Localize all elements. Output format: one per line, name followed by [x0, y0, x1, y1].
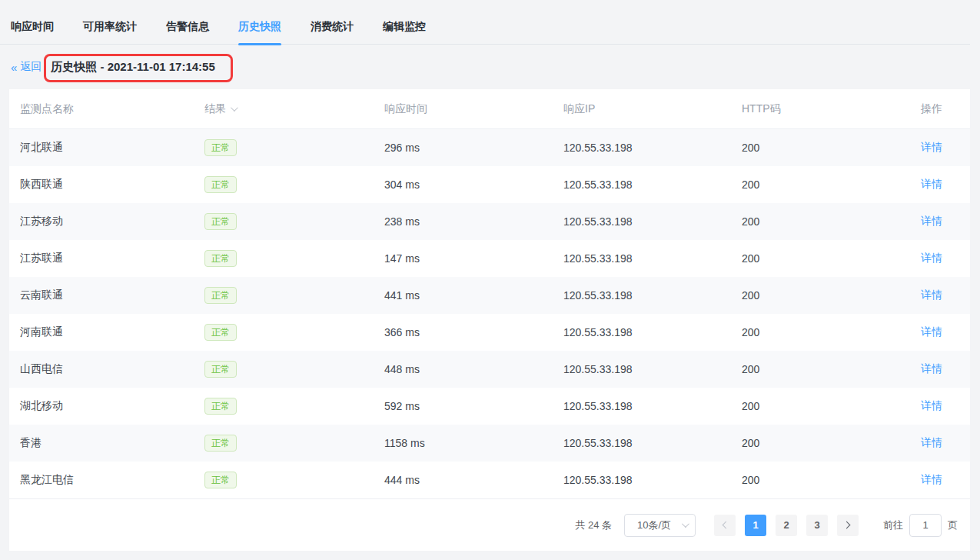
col-header-http-code: HTTP码: [742, 102, 903, 116]
status-badge: 正常: [204, 176, 237, 193]
monitor-point-name: 陕西联通: [20, 178, 204, 192]
sort-caret-icon[interactable]: [231, 104, 238, 112]
tab-response-time[interactable]: 响应时间: [11, 20, 54, 44]
http-code-value: 200: [742, 400, 903, 412]
http-code-value: 200: [742, 363, 903, 375]
detail-link[interactable]: 详情: [921, 215, 942, 228]
page-size-value: 10条/页: [637, 518, 671, 532]
response-ip-value: 120.55.33.198: [563, 178, 742, 191]
monitor-point-name: 山西电信: [20, 362, 204, 376]
monitor-point-name: 江苏联通: [20, 252, 204, 265]
col-header-result-label: 结果: [204, 102, 226, 116]
col-header-monitor-name: 监测点名称: [20, 102, 204, 116]
response-time-value: 592 ms: [384, 400, 563, 412]
goto-suffix-label: 页: [948, 518, 958, 532]
table-body: 河北联通 正常 296 ms 120.55.33.198 200 详情 陕西联通…: [9, 129, 970, 498]
chevron-down-icon: [682, 520, 689, 528]
page-button-3[interactable]: 3: [806, 515, 828, 536]
page-title: 历史快照 - 2021-11-01 17:14:55: [51, 60, 214, 75]
table-row: 黑龙江电信 正常 444 ms 120.55.33.198 200 详情: [9, 462, 970, 498]
back-label: 返回: [20, 60, 42, 74]
pager: 1 2 3: [714, 515, 859, 536]
monitor-point-name: 江苏移动: [20, 215, 204, 228]
status-badge: 正常: [204, 472, 237, 488]
table-row: 云南联通 正常 441 ms 120.55.33.198 200 详情: [9, 277, 970, 314]
detail-link[interactable]: 详情: [921, 288, 942, 302]
response-ip-value: 120.55.33.198: [563, 326, 742, 338]
tab-edit-monitor[interactable]: 编辑监控: [383, 20, 426, 44]
table-card: 监测点名称 结果 响应时间 响应IP HTTP码 操作 河北联通 正常 296 …: [9, 89, 970, 551]
http-code-value: 200: [742, 252, 903, 265]
detail-link[interactable]: 详情: [921, 178, 942, 192]
table-row: 河南联通 正常 366 ms 120.55.33.198 200 详情: [9, 314, 970, 351]
status-badge: 正常: [204, 398, 237, 415]
http-code-value: 200: [742, 142, 903, 154]
status-badge: 正常: [204, 250, 237, 267]
col-header-result[interactable]: 结果: [204, 102, 384, 116]
http-code-value: 200: [742, 474, 903, 486]
detail-link[interactable]: 详情: [921, 362, 942, 376]
chevron-right-icon: [843, 522, 851, 529]
response-time-value: 1158 ms: [384, 437, 563, 449]
response-time-value: 448 ms: [384, 363, 563, 375]
http-code-value: 200: [742, 215, 903, 228]
response-ip-value: 120.55.33.198: [563, 142, 742, 154]
table-header: 监测点名称 结果 响应时间 响应IP HTTP码 操作: [9, 89, 970, 129]
response-ip-value: 120.55.33.198: [563, 474, 742, 486]
prev-page-button[interactable]: [714, 515, 736, 536]
detail-link[interactable]: 详情: [921, 325, 942, 339]
tab-history-snapshot[interactable]: 历史快照: [238, 20, 281, 44]
status-badge: 正常: [204, 324, 237, 341]
response-time-value: 444 ms: [384, 474, 563, 486]
page-size-select[interactable]: 10条/页: [624, 514, 696, 537]
tab-bar: 响应时间 可用率统计 告警信息 历史快照 消费统计 编辑监控: [0, 0, 970, 45]
response-time-value: 238 ms: [384, 215, 563, 228]
col-header-action: 操作: [903, 102, 942, 116]
monitor-point-name: 黑龙江电信: [20, 473, 204, 487]
response-time-value: 366 ms: [384, 326, 563, 338]
status-badge: 正常: [204, 213, 237, 230]
detail-link[interactable]: 详情: [921, 399, 942, 413]
response-ip-value: 120.55.33.198: [563, 215, 742, 228]
next-page-button[interactable]: [837, 515, 859, 536]
response-time-value: 296 ms: [384, 142, 563, 154]
response-time-value: 304 ms: [384, 178, 563, 191]
response-time-value: 441 ms: [384, 289, 563, 302]
table-row: 江苏移动 正常 238 ms 120.55.33.198 200 详情: [9, 203, 970, 240]
response-ip-value: 120.55.33.198: [563, 400, 742, 412]
col-header-response-ip: 响应IP: [563, 102, 742, 116]
col-header-response-time: 响应时间: [384, 102, 563, 116]
back-link[interactable]: « 返回: [11, 60, 42, 74]
http-code-value: 200: [742, 326, 903, 338]
pagination-bar: 共 24 条 10条/页 1 2 3 前往 页: [9, 498, 970, 551]
tab-consumption-stats[interactable]: 消费统计: [311, 20, 354, 44]
table-row: 湖北移动 正常 592 ms 120.55.33.198 200 详情: [9, 388, 970, 425]
status-badge: 正常: [204, 139, 237, 156]
goto-label: 前往: [883, 518, 903, 532]
table-row: 江苏联通 正常 147 ms 120.55.33.198 200 详情: [9, 240, 970, 277]
goto-page-input[interactable]: [909, 514, 942, 537]
page-button-2[interactable]: 2: [776, 515, 797, 536]
detail-link[interactable]: 详情: [921, 252, 942, 265]
monitor-point-name: 香港: [20, 436, 204, 450]
response-time-value: 147 ms: [384, 252, 563, 265]
double-chevron-left-icon: «: [11, 62, 17, 73]
table-row: 山西电信 正常 448 ms 120.55.33.198 200 详情: [9, 351, 970, 388]
monitor-point-name: 河北联通: [20, 141, 204, 155]
detail-link[interactable]: 详情: [921, 436, 942, 450]
http-code-value: 200: [742, 289, 903, 302]
http-code-value: 200: [742, 178, 903, 191]
table-row: 香港 正常 1158 ms 120.55.33.198 200 详情: [9, 425, 970, 462]
page-button-1[interactable]: 1: [745, 515, 766, 536]
detail-link[interactable]: 详情: [921, 473, 942, 487]
detail-link[interactable]: 详情: [921, 141, 942, 155]
total-count-label: 共 24 条: [575, 518, 612, 532]
http-code-value: 200: [742, 437, 903, 449]
status-badge: 正常: [204, 361, 237, 378]
toolbar: « 返回 历史快照 - 2021-11-01 17:14:55: [0, 45, 980, 89]
response-ip-value: 120.55.33.198: [563, 363, 742, 375]
status-badge: 正常: [204, 435, 237, 452]
tab-availability-stats[interactable]: 可用率统计: [83, 20, 137, 44]
chevron-left-icon: [723, 522, 730, 529]
tab-alert-info[interactable]: 告警信息: [166, 20, 209, 44]
